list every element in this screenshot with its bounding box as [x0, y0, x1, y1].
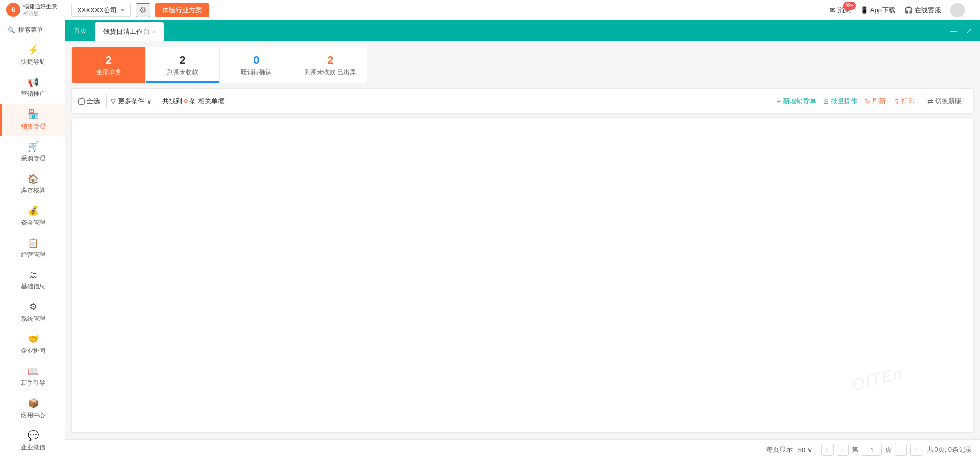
page-label: 第 — [852, 445, 859, 454]
sidebar-label-purchase: 采购管理 — [21, 154, 45, 163]
messages-badge: 99 — [843, 2, 856, 10]
print-icon: 🖨 — [893, 98, 899, 105]
sidebar-item-operations[interactable]: 📋 经营管理 — [0, 232, 65, 264]
filter-arrow-icon: ∨ — [146, 98, 152, 105]
stat-card-overdue[interactable]: 2 到期未收款 — [146, 47, 220, 83]
tab-home[interactable]: 首页 — [65, 20, 95, 41]
app-download-item[interactable]: 📱 App下载 — [860, 6, 895, 15]
content-area: 首页 钱货日清工作台 × — ⤢ 2 全部单据 2 到期未收款 — [65, 20, 980, 460]
operations-icon: 📋 — [28, 237, 39, 249]
stat-label-pending: 旺铺待确认 — [230, 68, 283, 77]
switch-label: 切换新版 — [935, 96, 962, 106]
logo-area: 6 畅捷通好生意 标准版 — [6, 3, 71, 17]
sidebar-item-quick-nav[interactable]: ⚡ 快捷导航 — [0, 39, 65, 71]
sidebar-label-system: 系统管理 — [21, 314, 45, 323]
wechat-icon: 💬 — [28, 430, 39, 441]
refresh-label: 刷新 — [872, 96, 886, 106]
main-layout: 🔍 搜索菜单 ⚡ 快捷导航 📢 营销推广 🏪 销售管理 🛒 采购管理 🏠 库存核… — [0, 20, 980, 460]
page-prev-btn[interactable]: ‹ — [837, 444, 849, 456]
page-input[interactable] — [862, 444, 882, 456]
tab-close-icon[interactable]: × — [153, 29, 156, 35]
filter-icon: ▽ — [111, 98, 116, 105]
top-header: 6 畅捷通好生意 标准版 XXXXXX公司 ▼ ⚙ 体验行业方案 ✉ 消息 99… — [0, 0, 980, 20]
avatar[interactable] — [950, 3, 965, 17]
page-content: 2 全部单据 2 到期未收款 0 旺铺待确认 2 到期未收款 已出库 — [65, 41, 980, 439]
stat-card-all[interactable]: 2 全部单据 — [72, 47, 146, 83]
select-all-checkbox[interactable] — [78, 98, 85, 105]
table-area — [71, 119, 974, 433]
select-all-label[interactable]: 全选 — [78, 96, 100, 106]
online-service-label: 在线客服 — [915, 6, 941, 15]
sidebar-label-beginner: 新手引导 — [21, 379, 45, 388]
settings-button[interactable]: ⚙ — [136, 3, 150, 17]
finance-icon: 💰 — [28, 205, 39, 216]
quick-nav-icon: ⚡ — [28, 44, 39, 56]
batch-label: 批量操作 — [831, 96, 857, 106]
sidebar-item-enterprise[interactable]: 🤝 企业协同 — [0, 328, 65, 360]
sidebar-search[interactable]: 🔍 搜索菜单 — [0, 20, 65, 39]
company-name: XXXXXX公司 — [77, 6, 117, 15]
online-service-item[interactable]: 🎧 在线客服 — [904, 6, 941, 15]
sidebar-item-member[interactable]: 🏅 畅会员 — [0, 457, 65, 460]
sidebar-label-quick-nav: 快捷导航 — [21, 58, 45, 66]
batch-ops-button[interactable]: ⊞ 批量操作 — [823, 96, 857, 106]
new-label: 新增销货单 — [783, 96, 816, 106]
search-icon: 🔍 — [8, 27, 15, 34]
filter-button[interactable]: ▽ 更多条件 ∨ — [106, 94, 156, 108]
sidebar-label-finance: 资金管理 — [21, 219, 45, 227]
sidebar-item-wechat[interactable]: 💬 企业微信 — [0, 425, 65, 457]
per-page-select-box[interactable]: 50 ∨ — [795, 445, 816, 455]
sidebar-label-wechat: 企业微信 — [21, 443, 45, 452]
new-sales-order-button[interactable]: + 新增销货单 — [777, 96, 816, 106]
sidebar-item-inventory[interactable]: 🏠 库存核算 — [0, 168, 65, 200]
found-text: 共找到 0 条 相关单据 — [162, 96, 225, 106]
page-first-btn[interactable]: « — [821, 444, 834, 456]
stat-num-all: 2 — [82, 54, 135, 67]
page-nav: « ‹ 第 页 › » — [821, 444, 922, 456]
stat-label-all: 全部单据 — [82, 68, 135, 77]
stat-label-overdue-shipped: 到期未收款 已出库 — [304, 68, 357, 77]
system-icon: ⚙ — [29, 301, 37, 312]
page-last-btn[interactable]: » — [910, 444, 922, 456]
messages-item[interactable]: ✉ 消息 99 — [830, 6, 851, 15]
beginner-icon: 📖 — [28, 366, 39, 377]
sidebar-item-marketing[interactable]: 📢 营销推广 — [0, 71, 65, 104]
per-page-arrow: ∨ — [807, 446, 813, 454]
tab-expand-btn[interactable]: ⤢ — [963, 25, 975, 37]
found-count: 0 — [184, 97, 188, 105]
logo-sub: 标准版 — [23, 10, 57, 17]
logo-text: 畅捷通好生意 — [23, 3, 57, 10]
stat-num-overdue-shipped: 2 — [304, 54, 357, 67]
page-next-btn[interactable]: › — [895, 444, 907, 456]
batch-icon: ⊞ — [823, 98, 829, 105]
print-button[interactable]: 🖨 打印 — [893, 96, 915, 106]
header-right: ✉ 消息 99 📱 App下载 🎧 在线客服 — [830, 3, 974, 17]
print-label: 打印 — [901, 96, 915, 106]
enterprise-icon: 🤝 — [28, 333, 39, 345]
sidebar-item-app-center[interactable]: 📦 应用中心 — [0, 393, 65, 425]
sidebar-item-finance[interactable]: 💰 资金管理 — [0, 200, 65, 232]
stat-card-pending[interactable]: 0 旺铺待确认 — [220, 47, 294, 83]
new-icon: + — [777, 98, 781, 105]
purchase-icon: 🛒 — [28, 141, 39, 152]
stat-num-pending: 0 — [230, 54, 283, 67]
sidebar-label-app-center: 应用中心 — [21, 411, 45, 420]
sidebar-item-sales[interactable]: 🏪 销售管理 — [0, 104, 65, 136]
tab-active-label: 钱货日清工作台 — [103, 27, 150, 36]
sidebar-label-enterprise: 企业协同 — [21, 347, 45, 355]
sidebar-item-beginner[interactable]: 📖 新手引导 — [0, 360, 65, 393]
basics-icon: 🗂 — [29, 270, 38, 280]
refresh-button[interactable]: ↻ 刷新 — [865, 96, 886, 106]
company-selector[interactable]: XXXXXX公司 ▼ — [71, 4, 131, 17]
total-text: 共0页, 0条记录 — [927, 445, 972, 454]
switch-version-button[interactable]: ⇄ 切换新版 — [922, 94, 967, 108]
sidebar-item-purchase[interactable]: 🛒 采购管理 — [0, 136, 65, 168]
stat-card-overdue-shipped[interactable]: 2 到期未收款 已出库 — [293, 47, 367, 83]
tab-active[interactable]: 钱货日清工作台 × — [95, 22, 164, 41]
trial-button[interactable]: 体验行业方案 — [155, 3, 209, 17]
sidebar-item-system[interactable]: ⚙ 系统管理 — [0, 296, 65, 328]
pagination-bar: 每页显示 50 ∨ « ‹ 第 页 › » 共0页, 0条记录 — [65, 439, 980, 460]
sidebar-item-basics[interactable]: 🗂 基础信息 — [0, 264, 65, 296]
sidebar-label-sales: 销售管理 — [21, 122, 45, 131]
tab-minimize-btn[interactable]: — — [947, 25, 960, 37]
